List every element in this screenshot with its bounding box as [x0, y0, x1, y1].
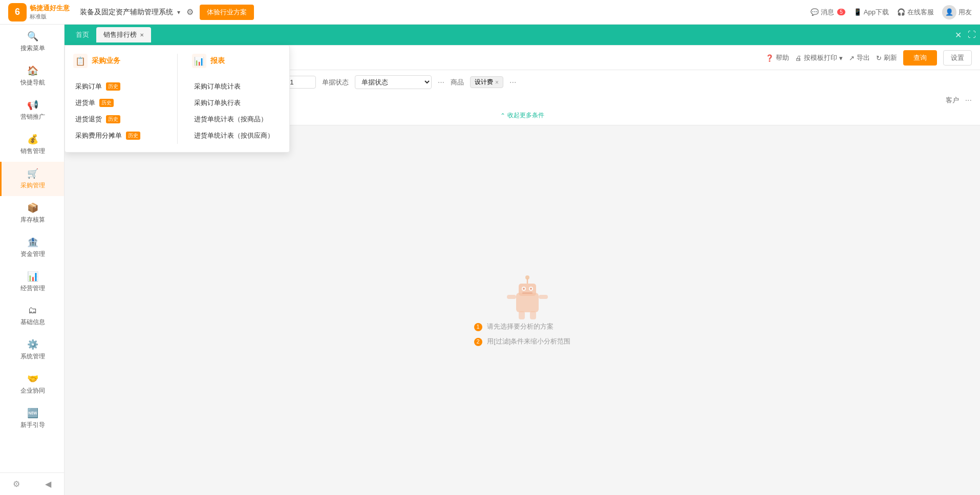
- svg-rect-9: [519, 311, 525, 319]
- collapse-btn[interactable]: ⌃ 收起更多条件: [500, 111, 544, 120]
- main-area: 🔍 搜索菜单 🏠 快捷导航 📢 营销推广 💰 销售管理 🛒 采购管理 📦: [0, 25, 980, 495]
- sidebar-item-system[interactable]: ⚙️ 系统管理: [0, 333, 64, 367]
- sidebar-item-operation[interactable]: 📊 经营管理: [0, 265, 64, 299]
- dropdown-arrow-icon[interactable]: ▾: [177, 9, 180, 16]
- tab-expand-icon[interactable]: ⛶: [968, 30, 976, 39]
- dropdown-col1-title: 📋 采购业务: [73, 54, 163, 72]
- dropdown-col2-title: 📊 报表: [192, 54, 282, 72]
- history-badge-3: 历史: [106, 115, 120, 123]
- app-download-btn[interactable]: 📱 App下载: [854, 8, 889, 17]
- purchase-icon: 🛒: [27, 168, 38, 179]
- export-btn[interactable]: ↗ 导出: [849, 53, 870, 62]
- purchase-menu-icon: 📋: [73, 54, 88, 68]
- sidebar-item-sales[interactable]: 💰 销售管理: [0, 127, 64, 162]
- sidebar-item-fund[interactable]: 🏦 资金管理: [0, 230, 64, 265]
- tab-sales-rank-label: 销售排行榜: [103, 30, 137, 39]
- refresh-icon: ↻: [876, 54, 882, 62]
- report2-label: 采购订单执行表: [194, 98, 241, 107]
- svg-point-4: [523, 288, 525, 290]
- tab-close-all-icon[interactable]: ✕: [955, 30, 962, 40]
- sidebar-item-enterprise[interactable]: 🤝 企业协同: [0, 367, 64, 401]
- app-label: App下载: [864, 8, 889, 17]
- logo-line2: 标准版: [30, 13, 70, 20]
- sidebar-label-system: 系统管理: [20, 352, 45, 361]
- tab-close-icon[interactable]: ✕: [140, 32, 144, 38]
- goods-tag-text: 设计费: [475, 78, 493, 87]
- collapse-label: 收起更多条件: [507, 111, 544, 120]
- tab-home-label: 首页: [76, 30, 89, 39]
- svg-rect-8: [539, 295, 548, 299]
- print-btn[interactable]: 🖨 按模板打印 ▾: [795, 53, 843, 62]
- top-right: 💬 消息 5 📱 App下载 🎧 在线客服 👤 用友: [811, 5, 972, 19]
- tab-sales-rank[interactable]: 销售排行榜 ✕: [96, 27, 151, 42]
- collapse-sidebar-icon[interactable]: ◀: [45, 479, 51, 489]
- user-label: 用友: [958, 8, 972, 17]
- dropdown-item-report2[interactable]: 采购订单执行表: [192, 95, 282, 111]
- sidebar-label-sales: 销售管理: [20, 147, 45, 156]
- report4-label: 进货单统计表（按供应商）: [194, 131, 274, 140]
- history-badge-4: 历史: [126, 132, 140, 140]
- sidebar-item-purchase[interactable]: 🛒 采购管理: [0, 162, 64, 196]
- service-label: 在线客服: [907, 8, 934, 17]
- sidebar-item-search[interactable]: 🔍 搜索菜单: [0, 25, 64, 59]
- top-bar: 6 畅捷通好生意 标准版 装备及固定资产辅助管理系统 ▾ ⚙ 体验行业方案 💬 …: [0, 0, 980, 25]
- sidebar-label-enterprise: 企业协同: [20, 386, 45, 395]
- help-btn[interactable]: ❓ 帮助: [765, 53, 789, 62]
- user-btn[interactable]: 👤 用友: [942, 5, 972, 19]
- sidebar-label-purchase: 采购管理: [20, 181, 45, 190]
- system-title: 装备及固定资产辅助管理系统: [80, 8, 173, 17]
- refresh-btn[interactable]: ↻ 刷新: [876, 53, 897, 62]
- dropdown-item-cost[interactable]: 采购费用分摊单 历史: [73, 127, 163, 144]
- cost-label: 采购费用分摊单: [75, 131, 122, 140]
- svg-point-12: [525, 275, 529, 279]
- stock-icon: 📦: [27, 202, 38, 213]
- dropdown-item-return[interactable]: 进货退货 历史: [73, 111, 163, 127]
- service-btn[interactable]: 🎧 在线客服: [897, 8, 934, 17]
- sidebar-label-guide: 新手引导: [20, 421, 45, 429]
- dropdown-col-purchase: 📋 采购业务 采购订单 历史 进货单 历史 进货退货 历史: [73, 54, 163, 144]
- home-icon: 🏠: [27, 65, 38, 76]
- logo-line1: 畅捷通好生意: [30, 4, 70, 13]
- report1-label: 采购订单统计表: [194, 82, 241, 91]
- return-label: 进货退货: [75, 115, 102, 124]
- dropdown-item-report1[interactable]: 采购订单统计表: [192, 78, 282, 95]
- gear-icon[interactable]: ⚙: [186, 7, 194, 17]
- dropdown-item-report3[interactable]: 进货单统计表（按商品）: [192, 111, 282, 127]
- tab-bar-actions: ✕ ⛶: [955, 30, 976, 40]
- logo-area: 6 畅捷通好生意 标准版: [8, 3, 70, 21]
- dropdown-item-report4[interactable]: 进货单统计表（按供应商）: [192, 127, 282, 144]
- customer-label: 客户: [946, 96, 959, 105]
- settings-bottom-icon[interactable]: ⚙: [13, 479, 20, 489]
- goods-more-dots[interactable]: ···: [509, 78, 516, 87]
- customer-dots[interactable]: ···: [965, 96, 972, 105]
- status-more-dots[interactable]: ···: [438, 78, 444, 87]
- refresh-label: 刷新: [884, 53, 897, 62]
- industry-btn[interactable]: 体验行业方案: [200, 5, 254, 20]
- help-icon: ❓: [765, 54, 774, 62]
- svg-rect-10: [530, 311, 536, 319]
- sidebar-item-guide[interactable]: 🆕 新手引导: [0, 401, 64, 436]
- sidebar-item-basic[interactable]: 🗂 基础信息: [0, 299, 64, 333]
- messages-btn[interactable]: 💬 消息 5: [811, 8, 845, 17]
- status-select[interactable]: 单据状态: [355, 75, 432, 89]
- setting-button[interactable]: 设置: [943, 50, 972, 66]
- dropdown-item-purchase-order[interactable]: 采购订单 历史: [73, 78, 163, 95]
- sidebar-item-stock[interactable]: 📦 库存核算: [0, 196, 64, 230]
- sidebar-bottom: ⚙ ◀: [0, 472, 64, 495]
- print-label: 按模板打印: [804, 53, 837, 62]
- svg-rect-6: [522, 292, 532, 294]
- search-button[interactable]: 查询: [903, 50, 937, 66]
- goods-tag-remove[interactable]: ×: [495, 79, 499, 86]
- tab-home[interactable]: 首页: [69, 27, 96, 42]
- status-label: 单据状态: [322, 78, 349, 87]
- sidebar-label-stock: 库存核算: [20, 216, 45, 224]
- sidebar-item-marketing[interactable]: 📢 营销推广: [0, 93, 64, 127]
- export-icon: ↗: [849, 54, 855, 62]
- history-badge-1: 历史: [106, 82, 120, 91]
- sidebar-item-quick[interactable]: 🏠 快捷导航: [0, 59, 64, 93]
- sidebar-label-fund: 资金管理: [20, 250, 45, 259]
- svg-rect-7: [507, 295, 516, 299]
- dropdown-item-incoming[interactable]: 进货单 历史: [73, 95, 163, 111]
- goods-label: 商品: [451, 78, 464, 87]
- guide-icon: 🆕: [27, 407, 38, 419]
